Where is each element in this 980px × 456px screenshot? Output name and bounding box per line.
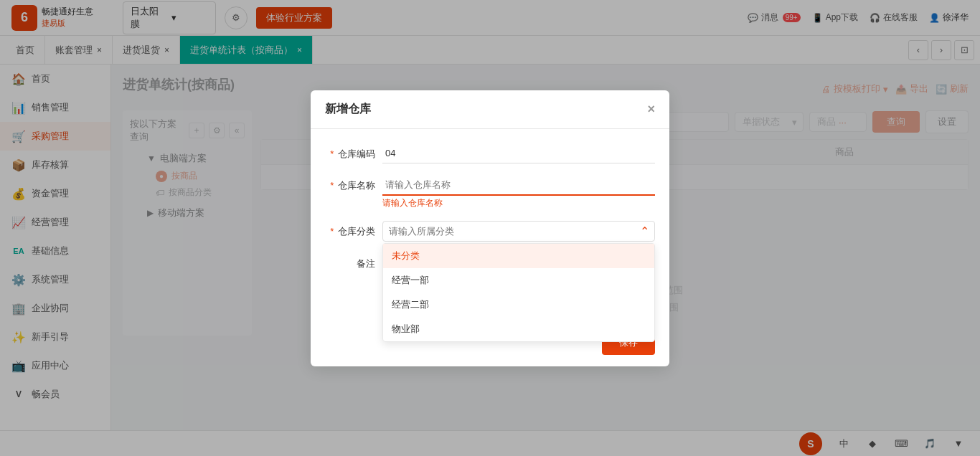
warehouse-name-row: * 仓库名称 请输入仓库名称 xyxy=(325,175,655,209)
code-field-wrap xyxy=(382,143,655,163)
warehouse-code-row: * 仓库编码 xyxy=(325,143,655,163)
code-label: * 仓库编码 xyxy=(325,143,382,161)
modal-body: * 仓库编码 * 仓库名称 请输入仓库名称 xyxy=(311,129,669,322)
dropdown-item-dept3[interactable]: 物业部 xyxy=(383,317,654,341)
category-dropdown: 未分类 经营一部 经营二部 物业部 xyxy=(382,243,655,342)
new-warehouse-modal: 新增仓库 × * 仓库编码 * 仓库名称 xyxy=(311,90,669,366)
code-required-mark: * xyxy=(330,148,334,159)
dropdown-item-dept2[interactable]: 经营二部 xyxy=(383,293,654,317)
name-error-message: 请输入仓库名称 xyxy=(382,197,655,209)
remark-label: 备注 xyxy=(325,253,382,270)
warehouse-category-row: * 仓库分类 ⌃ 未分类 经营一部 经营二部 物业部 xyxy=(325,221,655,242)
modal-close-button[interactable]: × xyxy=(647,102,655,117)
modal-overlay: 新增仓库 × * 仓库编码 * 仓库名称 xyxy=(0,0,980,456)
category-input[interactable] xyxy=(382,221,655,242)
category-label: * 仓库分类 xyxy=(325,221,382,238)
name-required-mark: * xyxy=(330,180,334,191)
dropdown-item-dept1[interactable]: 经营一部 xyxy=(383,268,654,293)
name-label: * 仓库名称 xyxy=(325,175,382,192)
dropdown-item-none[interactable]: 未分类 xyxy=(383,244,654,268)
category-required-mark: * xyxy=(330,226,334,237)
warehouse-name-input[interactable] xyxy=(382,175,655,196)
name-field-wrap: 请输入仓库名称 xyxy=(382,175,655,209)
warehouse-code-input[interactable] xyxy=(382,143,655,163)
modal-title: 新增仓库 xyxy=(325,102,371,117)
category-select-wrap: ⌃ 未分类 经营一部 经营二部 物业部 xyxy=(382,221,655,242)
modal-header: 新增仓库 × xyxy=(311,90,669,129)
